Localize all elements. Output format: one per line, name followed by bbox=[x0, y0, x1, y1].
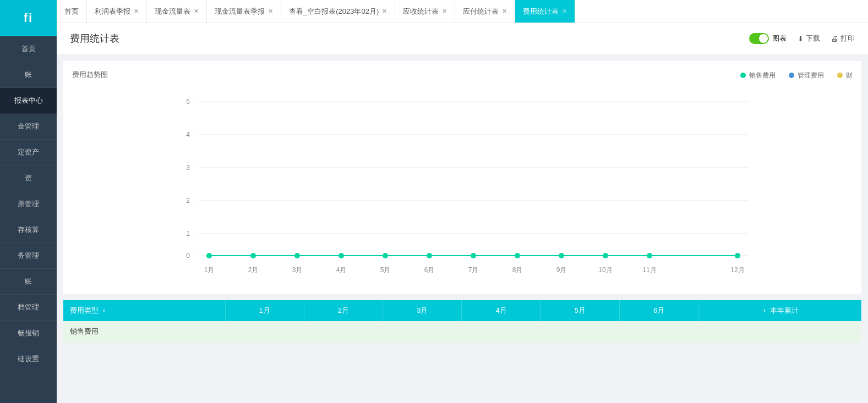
cell-expense-type: 销售费用 bbox=[63, 321, 225, 343]
legend-finance: 财 bbox=[837, 71, 853, 80]
tab-blank-report[interactable]: 查看_空白报表(2023年02月) ✕ bbox=[281, 0, 395, 23]
tab-payable[interactable]: 应付统计表 ✕ bbox=[455, 0, 515, 23]
svg-text:3月: 3月 bbox=[292, 266, 303, 274]
sidebar-item-fund-mgmt[interactable]: 金管理 bbox=[0, 114, 57, 140]
sidebar-item-file-mgmt[interactable]: 档管理 bbox=[0, 295, 57, 321]
svg-point-18 bbox=[471, 253, 476, 258]
main-area: 首页 利润表季报 ✕ 现金流量表 ✕ 现金流量表季报 ✕ 查看_空白报表(202… bbox=[57, 0, 868, 403]
table-header: 费用类型 ‹ 1月 2月 3月 4月 5月 6月 › 本年累计 bbox=[63, 300, 861, 321]
legend-admin: 管理费用 bbox=[789, 71, 824, 80]
svg-text:6月: 6月 bbox=[424, 266, 435, 274]
sidebar-item-inventory[interactable]: 存核算 bbox=[0, 217, 57, 243]
line-chart: 5 4 3 2 1 0 bbox=[72, 85, 853, 285]
col-m3: 3月 bbox=[383, 300, 462, 321]
svg-text:3: 3 bbox=[186, 164, 190, 172]
chart-toggle-label: 图表 bbox=[772, 34, 787, 43]
chart-legend: 销售费用 管理费用 财 bbox=[740, 71, 853, 80]
sidebar-item-ledger[interactable]: 账 bbox=[0, 62, 57, 88]
svg-text:7月: 7月 bbox=[468, 266, 479, 274]
tab-bar: 首页 利润表季报 ✕ 现金流量表 ✕ 现金流量表季报 ✕ 查看_空白报表(202… bbox=[57, 0, 868, 23]
svg-point-23 bbox=[735, 253, 740, 258]
svg-text:1月: 1月 bbox=[204, 266, 215, 274]
svg-point-17 bbox=[427, 253, 432, 258]
sidebar-item-invoice-mgmt[interactable]: 票管理 bbox=[0, 191, 57, 217]
cell-m4 bbox=[462, 321, 541, 343]
col-expense-type: 费用类型 ‹ bbox=[63, 300, 225, 321]
svg-text:11月: 11月 bbox=[642, 266, 656, 274]
svg-point-14 bbox=[294, 253, 300, 258]
sidebar-item-expense[interactable]: 畅报销 bbox=[0, 321, 57, 346]
nav-prev-button[interactable]: ‹ bbox=[101, 306, 108, 314]
cell-m6 bbox=[620, 321, 698, 343]
legend-dot-finance bbox=[837, 73, 843, 78]
page-title: 费用统计表 bbox=[70, 32, 119, 45]
svg-point-21 bbox=[603, 253, 608, 258]
col-annual: › 本年累计 bbox=[698, 300, 861, 321]
tab-expense-stat[interactable]: 费用统计表 ✕ bbox=[515, 0, 575, 23]
tab-cashflow[interactable]: 现金流量表 ✕ bbox=[147, 0, 207, 23]
col-m6: 6月 bbox=[620, 300, 698, 321]
col-m1: 1月 bbox=[225, 300, 304, 321]
svg-text:4: 4 bbox=[186, 131, 190, 139]
svg-text:10月: 10月 bbox=[598, 266, 612, 274]
col-m4: 4月 bbox=[462, 300, 541, 321]
sidebar-item-business-mgmt[interactable]: 务管理 bbox=[0, 243, 57, 269]
sidebar-item-fixed-assets[interactable]: 定资产 bbox=[0, 140, 57, 165]
svg-text:0: 0 bbox=[186, 252, 190, 260]
sidebar-logo: fi bbox=[0, 0, 57, 36]
download-icon: ⬇ bbox=[798, 35, 804, 43]
svg-point-22 bbox=[647, 253, 652, 258]
print-icon: 🖨 bbox=[831, 35, 838, 43]
close-icon[interactable]: ✕ bbox=[502, 8, 507, 15]
legend-dot-admin bbox=[789, 73, 794, 78]
table-row: 销售费用 bbox=[63, 321, 861, 343]
chart-section: 费用趋势图 销售费用 管理费用 财 bbox=[63, 61, 861, 294]
cell-m3 bbox=[383, 321, 462, 343]
sidebar-item-capital[interactable]: 资 bbox=[0, 165, 57, 191]
expense-table: 费用类型 ‹ 1月 2月 3月 4月 5月 6月 › 本年累计 bbox=[63, 300, 861, 343]
svg-text:5月: 5月 bbox=[380, 266, 391, 274]
svg-text:2月: 2月 bbox=[248, 266, 259, 274]
col-m2: 2月 bbox=[304, 300, 383, 321]
print-button[interactable]: 🖨 打印 bbox=[831, 34, 855, 43]
legend-dot-sales bbox=[740, 73, 746, 78]
cell-m5 bbox=[541, 321, 619, 343]
svg-text:4月: 4月 bbox=[336, 266, 347, 274]
tab-home[interactable]: 首页 bbox=[57, 0, 87, 23]
content-area: 费用统计表 图表 ⬇ 下载 🖨 打印 费用趋势图 bbox=[57, 23, 868, 403]
tab-cashflow-quarterly[interactable]: 现金流量表季报 ✕ bbox=[207, 0, 281, 23]
sidebar-item-settings[interactable]: 础设置 bbox=[0, 346, 57, 372]
sidebar: fi 首页 账 报表中心 金管理 定资产 资 票管理 存核算 务管理 账 档管理… bbox=[0, 0, 57, 403]
table-section: 费用类型 ‹ 1月 2月 3月 4月 5月 6月 › 本年累计 bbox=[63, 300, 861, 343]
sidebar-item-accounts[interactable]: 账 bbox=[0, 269, 57, 295]
legend-sales: 销售费用 bbox=[740, 71, 776, 80]
tab-profit-quarterly[interactable]: 利润表季报 ✕ bbox=[87, 0, 147, 23]
svg-point-12 bbox=[206, 253, 212, 258]
legend-label-finance: 财 bbox=[846, 71, 853, 80]
chart-title: 费用趋势图 bbox=[72, 70, 108, 80]
close-icon[interactable]: ✕ bbox=[268, 8, 273, 15]
svg-point-15 bbox=[339, 253, 344, 258]
close-icon[interactable]: ✕ bbox=[562, 8, 567, 15]
download-button[interactable]: ⬇ 下载 bbox=[798, 34, 820, 43]
tab-receivable[interactable]: 应收统计表 ✕ bbox=[395, 0, 455, 23]
sidebar-item-report-center[interactable]: 报表中心 bbox=[0, 88, 57, 114]
svg-point-19 bbox=[515, 253, 520, 258]
close-icon[interactable]: ✕ bbox=[442, 8, 447, 15]
cell-annual bbox=[698, 321, 861, 343]
cell-m2 bbox=[304, 321, 383, 343]
svg-text:9月: 9月 bbox=[556, 266, 567, 274]
sidebar-item-home[interactable]: 首页 bbox=[0, 36, 57, 62]
svg-text:1: 1 bbox=[186, 230, 190, 238]
chart-toggle[interactable] bbox=[749, 33, 769, 44]
col-m5: 5月 bbox=[541, 300, 619, 321]
close-icon[interactable]: ✕ bbox=[382, 8, 387, 15]
svg-text:2: 2 bbox=[186, 197, 190, 205]
cell-m1 bbox=[225, 321, 304, 343]
svg-text:8月: 8月 bbox=[512, 266, 523, 274]
close-icon[interactable]: ✕ bbox=[134, 8, 139, 15]
nav-next-button[interactable]: › bbox=[761, 306, 768, 314]
close-icon[interactable]: ✕ bbox=[194, 8, 199, 15]
svg-point-20 bbox=[559, 253, 564, 258]
page-actions: 图表 ⬇ 下载 🖨 打印 bbox=[749, 33, 855, 44]
